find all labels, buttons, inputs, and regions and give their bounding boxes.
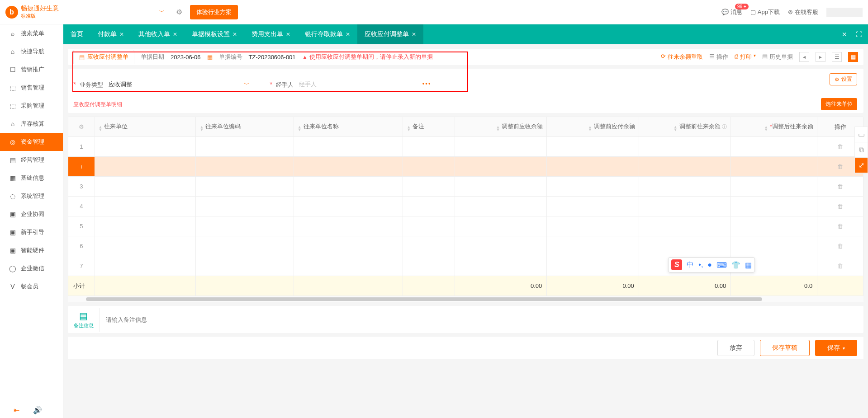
cell[interactable] [196,236,294,256]
table-row[interactable]: 6🗑 [68,236,863,256]
close-all-icon[interactable]: ✕ [839,29,850,40]
cell[interactable] [403,216,455,236]
print-dropdown[interactable]: ⎙打印▾ [735,53,756,61]
cell[interactable] [455,197,547,216]
cell[interactable] [95,197,196,216]
tab-close-icon[interactable]: ✕ [232,31,237,38]
table-row[interactable]: 1🗑 [68,137,863,157]
sidebar-item[interactable]: ▣企业协同 [0,205,63,223]
cell[interactable] [403,157,455,177]
biz-type-select[interactable]: 应收调整 ﹀ [107,78,251,92]
tab[interactable]: 银行存取款单✕ [298,24,357,44]
history-button[interactable]: ▤历史单据 [762,53,793,61]
ime-lang-toggle[interactable]: 中 [687,260,694,270]
tab[interactable]: 其他收入单✕ [131,24,185,44]
cell[interactable] [639,177,731,197]
date-value[interactable]: 2023-06-06 [171,54,201,61]
cell[interactable] [294,216,403,236]
cell[interactable] [455,177,547,197]
cell[interactable] [455,236,547,256]
app-download-link[interactable]: ▢ App下载 [750,8,780,16]
cell[interactable] [403,197,455,216]
col-settings[interactable]: ⚙ [68,117,95,137]
sidebar-item[interactable]: ▦基础信息 [0,169,63,187]
table-row[interactable]: 5🗑 [68,216,863,236]
discard-button[interactable]: 放弃 [717,340,754,356]
cell[interactable] [294,197,403,216]
col-unit-code[interactable]: ▲▼往来单位编码 [196,117,294,137]
cell[interactable] [547,216,639,236]
cell[interactable] [731,236,817,256]
cell[interactable] [731,137,817,157]
row-delete[interactable]: 🗑 [817,216,863,236]
sidebar-item[interactable]: ⬚销售管理 [0,79,63,97]
messages-link[interactable]: 💬 消息 99 + [721,8,742,16]
col-unit[interactable]: ▲▼往来单位 [95,117,196,137]
sidebar-item[interactable]: ◯企业微信 [0,259,63,277]
tab[interactable]: 单据模板设置✕ [185,24,244,44]
next-page-icon[interactable]: ▸ [816,52,825,62]
ime-keyboard-icon[interactable]: ⌨ [716,261,727,269]
save-button[interactable]: 保存▾ [815,340,857,356]
tab-close-icon[interactable]: ✕ [119,31,124,38]
cell[interactable] [95,177,196,197]
tab-close-icon[interactable]: ✕ [173,31,177,38]
cell[interactable] [95,216,196,236]
operations-dropdown[interactable]: ☰操作 [709,53,728,61]
sidebar-item[interactable]: ⬚采购管理 [0,97,63,115]
col-post-bal[interactable]: ▲▼*调整后往来余额 [731,117,817,137]
cell[interactable] [294,177,403,197]
tab-close-icon[interactable]: ✕ [286,31,290,38]
cell[interactable] [455,137,547,157]
cell[interactable] [455,157,547,177]
support-link[interactable]: ⊚ 在线客服 [788,8,818,16]
ime-mic-icon[interactable]: ● [707,261,712,269]
tab[interactable]: 费用支出单✕ [244,24,298,44]
industry-cta-button[interactable]: 体验行业方案 [190,5,238,19]
tool-attach-icon[interactable]: ⧉ [855,142,868,158]
sidebar-item[interactable]: ☐营销推广 [0,61,63,79]
sound-icon[interactable]: 🔊 [33,406,42,414]
calendar-icon[interactable]: ▦ [207,54,213,61]
cell[interactable] [196,256,294,276]
sidebar-item[interactable]: ◌系统管理 [0,187,63,205]
ime-toolbar[interactable]: S 中 •, ● ⌨ 👕 ▦ [668,257,755,272]
cell[interactable] [547,236,639,256]
cell[interactable] [294,256,403,276]
tab[interactable]: 首页 [63,24,90,44]
cell[interactable] [639,157,731,177]
row-delete[interactable]: 🗑 [817,177,863,197]
cell[interactable] [639,236,731,256]
cell[interactable] [731,197,817,216]
cell[interactable] [403,177,455,197]
regrab-balance-button[interactable]: ⟳往来余额重取 [661,53,703,61]
fullscreen-icon[interactable]: ⛶ [854,29,864,40]
tool-note-icon[interactable]: ▭ [855,127,868,142]
ime-grid-icon[interactable]: ▦ [745,261,752,269]
col-pre-recv[interactable]: ▲▼调整前应收余额 [455,117,547,137]
row-delete[interactable]: 🗑 [817,197,863,216]
tab[interactable]: 付款单✕ [90,24,131,44]
cell[interactable] [294,137,403,157]
cell[interactable] [547,197,639,216]
select-unit-button[interactable]: 选往来单位 [821,98,857,110]
row-delete[interactable]: 🗑 [817,236,863,256]
cell[interactable] [455,256,547,276]
add-row-icon[interactable]: + [77,162,86,171]
col-unit-name[interactable]: ▲▼往来单位名称 [294,117,403,137]
view-list-icon[interactable]: ☰ [832,52,842,62]
cell[interactable] [95,157,196,177]
tab-close-icon[interactable]: ✕ [412,31,416,38]
doc-type-tab[interactable]: ▤ 应收应付调整单 [73,50,134,64]
cell[interactable] [547,157,639,177]
info-icon[interactable]: ⓘ [722,124,727,129]
cell[interactable] [196,197,294,216]
prev-page-icon[interactable]: ◂ [799,52,809,62]
cell[interactable] [196,137,294,157]
cell[interactable] [403,256,455,276]
cell[interactable] [639,197,731,216]
tab-close-icon[interactable]: ✕ [346,31,350,38]
cell[interactable] [547,256,639,276]
form-settings-button[interactable]: ⚙设置 [830,73,857,85]
cell[interactable] [731,157,817,177]
